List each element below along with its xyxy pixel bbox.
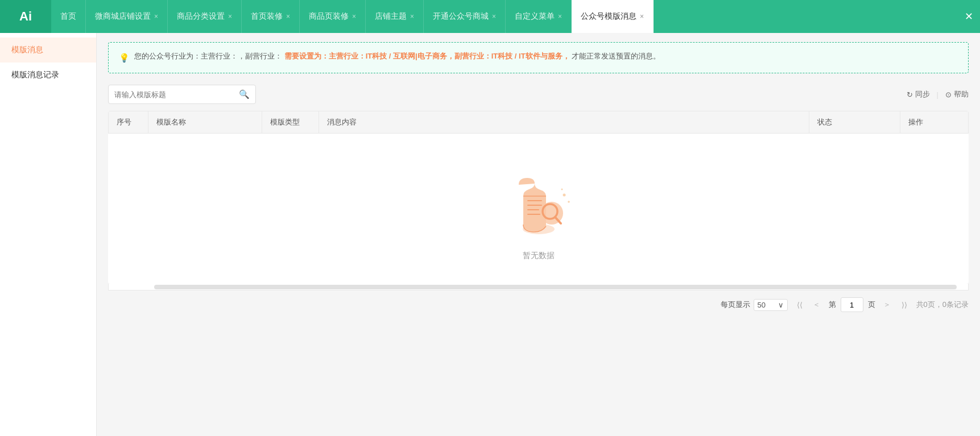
nav-tab-product-page[interactable]: 商品页装修×	[300, 0, 366, 33]
page-nav: ⟨⟨ ＜ 第 页 ＞ ⟩⟩	[792, 297, 912, 312]
tab-label: 公众号模版消息	[581, 11, 636, 22]
svg-point-8	[563, 194, 565, 197]
help-button[interactable]: ⊙ 帮助	[945, 89, 969, 99]
nav-tab-home-decor[interactable]: 首页装修×	[242, 0, 300, 33]
tab-label: 首页装修	[251, 11, 283, 22]
prev-page-button[interactable]: ＜	[809, 297, 824, 312]
tab-close-icon[interactable]: ×	[410, 13, 414, 20]
nav-tab-wechat-shop[interactable]: 微商城店铺设置×	[86, 0, 168, 33]
notice-suffix: 才能正常发送预置的消息。	[572, 52, 660, 60]
sync-icon: ↻	[907, 90, 913, 99]
next-page-button[interactable]: ＞	[880, 297, 895, 312]
col-header-seq: 序号	[109, 111, 148, 134]
search-input[interactable]	[114, 90, 239, 99]
divider: |	[937, 90, 938, 99]
page-size-select: 每页显示 50 ∨	[721, 299, 788, 311]
notice-banner: 💡 您的公众号行业为：主营行业：，副营行业： 需要设置为：主营行业：IT科技 /…	[108, 42, 969, 73]
col-header-status: 状态	[809, 111, 900, 134]
sync-label: 同步	[915, 89, 930, 99]
nav-tab-home[interactable]: 首页	[51, 0, 86, 33]
search-actions: ↻ 同步 | ⊙ 帮助	[907, 89, 969, 99]
page-size-value: 50	[758, 301, 766, 309]
tab-close-icon[interactable]: ×	[228, 13, 232, 20]
nav-tab-custom-menu[interactable]: 自定义菜单×	[506, 0, 572, 33]
main-content: 💡 您的公众号行业为：主营行业：，副营行业： 需要设置为：主营行业：IT科技 /…	[97, 33, 980, 436]
col-header-name: 模版名称	[148, 111, 262, 134]
empty-illustration	[502, 168, 576, 242]
tab-label: 商品页装修	[309, 11, 349, 22]
tab-close-icon[interactable]: ×	[154, 13, 158, 20]
page-label-pre: 第	[829, 300, 836, 310]
help-label: 帮助	[954, 89, 969, 99]
tab-label: 开通公众号商城	[433, 11, 489, 22]
total-info: 共0页，0条记录	[916, 300, 969, 310]
logo-text: Ai	[19, 9, 32, 24]
scrollbar-track	[154, 285, 957, 289]
sidebar: 模版消息模版消息记录	[0, 33, 97, 436]
top-nav: Ai 首页微商城店铺设置×商品分类设置×首页装修×商品页装修×店铺主题×开通公众…	[0, 0, 980, 33]
main-layout: 模版消息模版消息记录 💡 您的公众号行业为：主营行业：，副营行业： 需要设置为：…	[0, 33, 980, 436]
svg-point-10	[561, 189, 563, 190]
tab-label: 微商城店铺设置	[95, 11, 151, 22]
last-page-button[interactable]: ⟩⟩	[897, 297, 912, 312]
notice-prefix: 您的公众号行业为：主营行业：，副营行业：	[134, 52, 282, 60]
tab-label: 店铺主题	[375, 11, 407, 22]
notice-text: 您的公众号行业为：主营行业：，副营行业： 需要设置为：主营行业：IT科技 / 互…	[134, 51, 660, 63]
col-header-action: 操作	[900, 111, 969, 134]
bulb-icon: 💡	[119, 51, 130, 65]
col-header-content: 消息内容	[319, 111, 809, 134]
tab-close-icon[interactable]: ×	[352, 13, 356, 20]
nav-tab-template-msg[interactable]: 公众号模版消息×	[572, 0, 654, 33]
col-header-type: 模版类型	[262, 111, 319, 134]
close-all-tabs-button[interactable]: ✕	[957, 0, 980, 33]
first-page-button[interactable]: ⟨⟨	[792, 297, 807, 312]
empty-text: 暂无数据	[523, 251, 555, 261]
data-table: 序号模版名称模版类型消息内容状态操作	[108, 111, 969, 284]
nav-tab-open-mall[interactable]: 开通公众号商城×	[424, 0, 506, 33]
svg-point-9	[568, 201, 570, 203]
nav-tab-shop-theme[interactable]: 店铺主题×	[366, 0, 424, 33]
page-size-dropdown[interactable]: 50 ∨	[754, 299, 788, 311]
page-size-label: 每页显示	[721, 300, 750, 310]
chevron-down-icon: ∨	[778, 301, 784, 309]
pagination: 每页显示 50 ∨ ⟨⟨ ＜ 第 页 ＞ ⟩⟩ 共0页，0条记录	[108, 290, 969, 314]
nav-tabs: 首页微商城店铺设置×商品分类设置×首页装修×商品页装修×店铺主题×开通公众号商城…	[51, 0, 957, 33]
page-number-input[interactable]	[841, 297, 863, 312]
help-icon: ⊙	[945, 90, 952, 99]
empty-state: 暂无数据	[109, 134, 969, 284]
logo: Ai	[0, 0, 51, 33]
tab-close-icon[interactable]: ×	[558, 13, 562, 20]
tab-close-icon[interactable]: ×	[640, 13, 644, 20]
tab-close-icon[interactable]: ×	[492, 13, 496, 20]
nav-tab-product-category[interactable]: 商品分类设置×	[168, 0, 242, 33]
search-input-wrap[interactable]: 🔍	[108, 85, 256, 104]
page-label-post: 页	[868, 300, 875, 310]
tab-label: 首页	[60, 11, 76, 22]
search-button[interactable]: 🔍	[239, 89, 250, 99]
sync-button[interactable]: ↻ 同步	[907, 89, 930, 99]
tab-close-icon[interactable]: ×	[286, 13, 290, 20]
notice-highlight: 需要设置为：主营行业：IT科技 / 互联网|电子商务，副营行业：IT科技 / I…	[284, 52, 570, 60]
sidebar-item-template-record[interactable]: 模版消息记录	[0, 63, 96, 88]
tab-label: 自定义菜单	[515, 11, 555, 22]
horizontal-scrollbar[interactable]	[108, 284, 969, 290]
tab-label: 商品分类设置	[177, 11, 225, 22]
search-bar: 🔍 ↻ 同步 | ⊙ 帮助	[108, 85, 969, 104]
sidebar-item-template[interactable]: 模版消息	[0, 38, 96, 63]
